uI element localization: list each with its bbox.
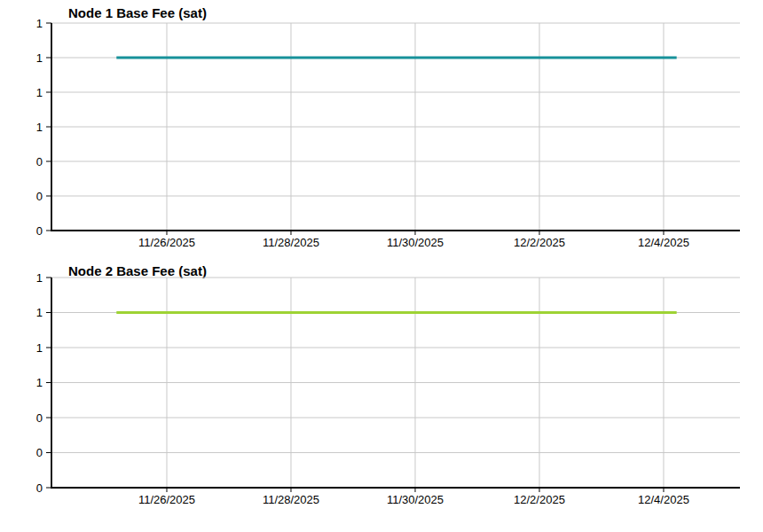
y-tick-label: 1 [36, 341, 43, 355]
x-tick-label: 11/30/2025 [387, 493, 444, 506]
x-tick-label: 12/4/2025 [638, 236, 689, 249]
y-tick-label: 0 [36, 446, 43, 459]
y-tick-label: 1 [36, 306, 43, 319]
y-tick-label: 1 [36, 17, 43, 30]
x-tick-label: 11/26/2025 [138, 493, 195, 506]
charts-canvas: 111100011/26/202511/28/202511/30/202512/… [0, 0, 763, 532]
y-tick-label: 0 [36, 224, 43, 238]
y-tick-label: 1 [36, 376, 43, 389]
x-tick-label: 11/28/2025 [263, 493, 319, 506]
y-tick-label: 0 [36, 155, 43, 168]
base-fee-dashboard: Node 1 Base Fee (sat) Node 2 Base Fee (s… [0, 0, 763, 532]
x-tick-label: 12/2/2025 [514, 493, 565, 506]
y-tick-label: 1 [36, 86, 43, 99]
y-tick-label: 1 [36, 121, 43, 134]
x-tick-label: 12/2/2025 [514, 236, 565, 249]
x-tick-label: 11/26/2025 [138, 236, 195, 249]
x-tick-label: 12/4/2025 [638, 493, 689, 506]
y-tick-label: 1 [36, 271, 43, 285]
y-tick-label: 1 [36, 51, 43, 65]
y-tick-label: 0 [36, 481, 43, 495]
y-tick-label: 0 [36, 411, 43, 425]
x-tick-label: 11/30/2025 [387, 236, 444, 249]
x-tick-label: 11/28/2025 [263, 236, 319, 249]
y-tick-label: 0 [36, 190, 43, 203]
